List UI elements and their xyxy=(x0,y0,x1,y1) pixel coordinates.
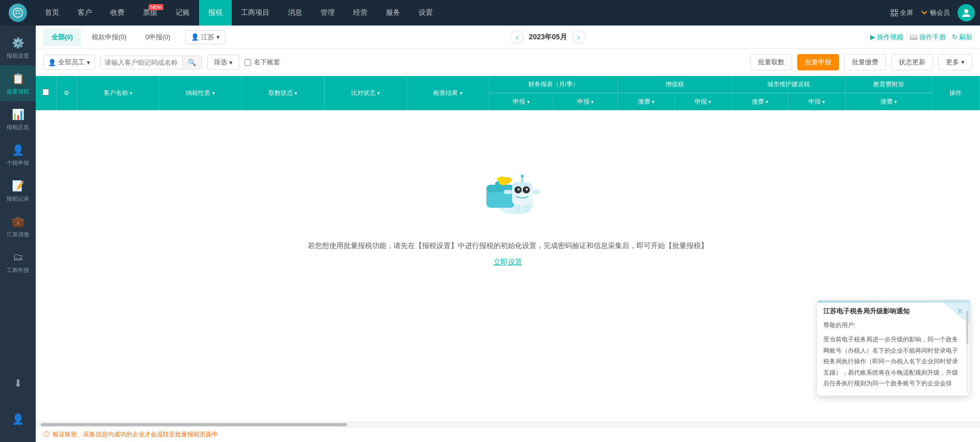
svg-point-1 xyxy=(19,13,20,14)
annual-tax-icon: 💼 xyxy=(11,214,25,229)
sidebar-item-batch-tax[interactable]: 📋 批量报税 xyxy=(0,65,36,101)
nav-business[interactable]: 工商项目 xyxy=(232,0,279,26)
sidebar-item-tax-settings[interactable]: ⚙️ 报税设置 xyxy=(0,30,36,65)
region-selector[interactable]: 👤 江苏 ▾ xyxy=(185,30,226,44)
filter-icon-fin-dec[interactable]: ▾ xyxy=(527,99,530,105)
chevron-down-icon: ▾ xyxy=(216,33,220,41)
status-update-btn[interactable]: 状态更新 xyxy=(891,54,933,70)
sidebar-item-personal-tax[interactable]: 👤 个税申报 xyxy=(0,137,36,173)
operation-video-btn[interactable]: ▶ 操作视频 xyxy=(870,33,903,42)
warning-text: 验证账密、采集信息均成功的企业才会流转至批量报税页面中 xyxy=(53,430,218,439)
tax-records-icon: 📝 xyxy=(11,179,25,193)
notification-title: 江苏电子税务局升级影响通知 xyxy=(823,307,910,316)
notification-scrollbar[interactable] xyxy=(966,311,968,393)
tab-all[interactable]: 全部(0) xyxy=(43,29,81,46)
th-check-result: 检查结果 ▾ xyxy=(407,76,489,110)
vip-btn[interactable]: 畅会员 xyxy=(921,8,950,17)
nav-customer[interactable]: 客户 xyxy=(68,0,101,26)
filter-icon-city-dec[interactable]: ▾ xyxy=(708,99,711,105)
sidebar-item-annual-tax[interactable]: 💼 汇算清缴 xyxy=(0,208,36,244)
th-fetch-status: 取数状态 ▾ xyxy=(241,76,324,110)
nav-operation[interactable]: 经营 xyxy=(344,0,377,26)
refresh-btn[interactable]: ↻ 刷新 xyxy=(952,33,972,42)
user-icon-small: 👤 xyxy=(191,33,199,41)
toolbar: 👤 全部员工 ▾ 🔍 筛选 ▾ 名下账套 批量取数 批量申报 xyxy=(36,49,980,76)
th-edu-declare: 申报 ▾ xyxy=(789,93,846,111)
nav-service[interactable]: 服务 xyxy=(377,0,409,26)
filter-icon-city-pay[interactable]: ▾ xyxy=(766,99,768,105)
notification-body: 尊敬的用户: 受当前电子税务局进一步升级的影响，同一个政务网账号（办税人）名下的… xyxy=(823,320,963,389)
nav-invoice[interactable]: 票据 NEW xyxy=(134,0,166,26)
personal-tax-icon: 👤 xyxy=(11,143,25,157)
th-select-all xyxy=(36,76,56,110)
filter-icon-compare[interactable]: ▾ xyxy=(377,90,380,96)
settings-icon[interactable]: ⚙ xyxy=(64,89,69,96)
filter-icon-vat-dec[interactable]: ▾ xyxy=(591,99,594,105)
tabs-bar: 全部(0) 税款申报(0) 0申报(0) 👤 江苏 ▾ ‹ 2023年05月 ›… xyxy=(36,26,980,49)
svg-rect-4 xyxy=(891,14,893,16)
operation-manual-btn[interactable]: 📖 操作手册 xyxy=(910,33,946,42)
filter-icon-edu-pay[interactable]: ▾ xyxy=(894,99,897,105)
empty-description: 若您想使用批量报税功能，请先在【报税设置】中进行报税的初始化设置，完成密码验证和… xyxy=(308,238,708,253)
tax-overview-icon: 📊 xyxy=(11,107,25,121)
horizontal-scrollbar[interactable] xyxy=(36,422,980,427)
batch-fetch-btn[interactable]: 批量取数 xyxy=(750,54,792,70)
account-checkbox-label[interactable]: 名下账套 xyxy=(244,58,280,67)
scrollbar-thumb[interactable] xyxy=(41,423,347,426)
filter-icon-check[interactable]: ▾ xyxy=(460,90,462,96)
tab-tax-declaration[interactable]: 税款申报(0) xyxy=(84,29,135,46)
more-btn[interactable]: 更多 ▾ xyxy=(938,54,972,70)
empty-state: 若您想使用批量报税功能，请先在【报税设置】中进行报税的初始化设置，完成密码验证和… xyxy=(36,111,980,308)
fullscreen-btn[interactable]: 全屏 xyxy=(891,8,913,17)
th-settings: ⚙ xyxy=(56,76,77,110)
batch-declare-btn[interactable]: 批量申报 xyxy=(797,54,839,70)
svg-rect-2 xyxy=(891,9,893,12)
user-icon: 👤 xyxy=(11,412,25,426)
tab-zero-declaration[interactable]: 0申报(0) xyxy=(137,29,179,46)
sidebar-bottom: ⬇ 👤 xyxy=(0,365,36,442)
nav-fee[interactable]: 收费 xyxy=(101,0,134,26)
month-navigator: ‹ 2023年05月 › xyxy=(510,31,585,44)
setup-link[interactable]: 立即设置 xyxy=(494,258,522,267)
th-city-pay: 缴费 ▾ xyxy=(731,93,789,111)
filter-icon-vat-pay[interactable]: ▾ xyxy=(652,99,654,105)
nav-tax[interactable]: 报税 xyxy=(199,0,232,26)
sidebar-user[interactable]: 👤 xyxy=(0,401,36,437)
sidebar-item-tax-overview[interactable]: 📊 报税总览 xyxy=(0,101,36,137)
refresh-icon: ↻ xyxy=(952,33,958,41)
sidebar-download[interactable]: ⬇ xyxy=(0,365,36,401)
filter-icon-nature[interactable]: ▾ xyxy=(212,90,215,96)
nav-home[interactable]: 首页 xyxy=(36,0,68,26)
nav-settings[interactable]: 设置 xyxy=(409,0,442,26)
svg-rect-23 xyxy=(524,205,529,213)
nav-manage[interactable]: 管理 xyxy=(311,0,344,26)
nav-accounting[interactable]: 记账 xyxy=(166,0,199,26)
account-checkbox[interactable] xyxy=(244,59,251,66)
play-icon: ▶ xyxy=(870,33,875,41)
prev-month-btn[interactable]: ‹ xyxy=(510,31,524,44)
annual-report-icon: 🗂 xyxy=(11,250,25,264)
filter-icon-name[interactable]: ▾ xyxy=(130,90,132,96)
employee-selector[interactable]: 👤 全部员工 ▾ xyxy=(43,55,95,70)
nav-badge-new: NEW xyxy=(149,4,163,10)
filter-icon-fetch[interactable]: ▾ xyxy=(295,90,297,96)
sidebar-item-annual-report[interactable]: 🗂 工商年报 xyxy=(0,244,36,280)
filter-chevron-icon: ▾ xyxy=(229,59,233,66)
next-month-btn[interactable]: › xyxy=(572,31,585,44)
search-button[interactable]: 🔍 xyxy=(182,56,202,69)
user-avatar[interactable] xyxy=(958,4,975,21)
search-input[interactable] xyxy=(101,56,182,69)
th-vat-pay: 缴费 ▾ xyxy=(618,93,675,111)
book-icon: 📖 xyxy=(910,33,918,41)
nav-message[interactable]: 消息 xyxy=(279,0,311,26)
filter-icon-edu-dec[interactable]: ▾ xyxy=(822,99,825,105)
th-financial-report: 财务报表（月/季） xyxy=(489,76,618,93)
th-operation: 操作 xyxy=(932,76,979,110)
sidebar-item-tax-records[interactable]: 📝 报税记录 xyxy=(0,173,36,208)
th-edu-surcharge: 教育费附加 xyxy=(845,76,932,93)
svg-point-18 xyxy=(518,188,520,190)
filter-button[interactable]: 筛选 ▾ xyxy=(207,55,239,70)
select-all-checkbox[interactable] xyxy=(42,89,49,95)
batch-pay-btn[interactable]: 批量缴费 xyxy=(844,54,886,70)
current-month: 2023年05月 xyxy=(529,33,567,42)
